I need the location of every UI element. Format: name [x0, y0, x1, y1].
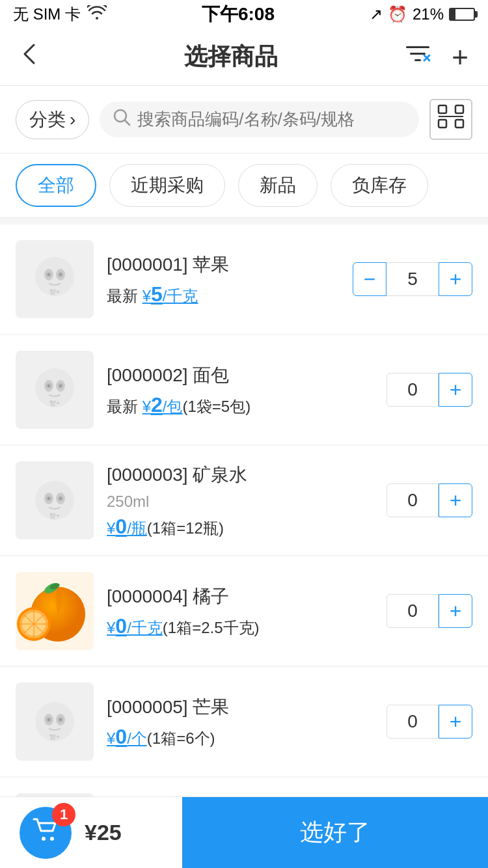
svg-rect-9 [439, 120, 446, 128]
svg-text:智+: 智+ [49, 288, 60, 295]
battery-text: 21% [413, 5, 444, 23]
price-unit-extra: (1袋=5包) [183, 398, 251, 415]
nav-bar: 选择商品 + [0, 29, 488, 86]
quantity-control: 0 + [386, 373, 472, 407]
category-button[interactable]: 分类 › [16, 100, 89, 139]
price-symbol: ¥ [142, 398, 151, 415]
svg-rect-8 [455, 105, 463, 113]
page-title: 选择商品 [184, 41, 278, 73]
quantity-increase-button[interactable]: + [439, 483, 472, 517]
tab-new[interactable]: 新品 [238, 164, 318, 207]
product-list: 智+ [0000001] 苹果 最新 ¥5/千克 − + [0, 224, 488, 868]
add-button[interactable]: + [452, 41, 468, 74]
back-button[interactable] [20, 40, 59, 74]
product-name: [0000001] 苹果 [107, 252, 340, 277]
product-name: [0000004] 橘子 [107, 584, 373, 609]
price-unit: /包 [163, 398, 183, 415]
list-item: 智+ [0000005] 芒果 ¥0/个(1箱=6个) 0 + [0, 667, 488, 776]
product-image: 智+ [16, 351, 94, 429]
product-image: 智+ [16, 683, 94, 761]
product-name: [0000002] 面包 [107, 363, 373, 388]
svg-rect-7 [439, 105, 446, 113]
product-name: [0000003] 矿泉水 [107, 463, 373, 487]
filter-tabs: 全部 近期采购 新品 负库存 [0, 154, 488, 218]
product-info: [0000002] 面包 最新 ¥2/包(1袋=5包) [107, 363, 373, 417]
price-value: 0 [115, 725, 127, 748]
status-right: ↗ ⏰ 21% [370, 5, 475, 23]
svg-point-25 [47, 385, 50, 387]
confirm-button[interactable]: 选好了 [182, 797, 488, 869]
quantity-increase-button[interactable]: + [439, 594, 472, 628]
product-price: 最新 ¥2/包(1袋=5包) [107, 393, 373, 417]
svg-point-26 [59, 385, 62, 387]
price-symbol: ¥ [107, 729, 115, 747]
list-item: 智+ [0000001] 苹果 最新 ¥5/千克 − + [0, 224, 488, 334]
cart-button[interactable]: 1 [20, 807, 72, 859]
list-item: 智+ [0000003] 矿泉水 250ml ¥0/瓶(1箱=12瓶) 0 + [0, 446, 488, 555]
category-arrow-icon: › [70, 109, 75, 130]
quantity-control: 0 + [386, 594, 472, 628]
list-item: [0000004] 橘子 ¥0/千克(1箱=2.5千克) 0 + [0, 556, 488, 666]
cart-total: ¥25 [85, 820, 122, 845]
price-label: 最新 [107, 398, 142, 415]
quantity-decrease-button[interactable]: − [353, 262, 386, 296]
quantity-increase-button[interactable]: + [439, 262, 472, 296]
svg-point-54 [59, 718, 62, 721]
price-label: 最新 [107, 287, 142, 305]
tab-recent[interactable]: 近期采购 [109, 164, 225, 207]
product-image: 智+ [16, 461, 94, 539]
product-image: 智+ [16, 240, 94, 318]
cart-badge: 1 [52, 803, 75, 826]
battery-icon [449, 8, 475, 21]
quantity-control: − + [353, 262, 472, 296]
svg-point-17 [47, 273, 50, 276]
svg-point-33 [47, 497, 50, 500]
product-info: [0000004] 橘子 ¥0/千克(1箱=2.5千克) [107, 584, 373, 638]
carrier-text: 无 SIM 卡 [13, 4, 81, 25]
quantity-input[interactable] [386, 262, 439, 296]
product-image [16, 572, 94, 650]
svg-line-6 [125, 120, 129, 125]
svg-point-72 [42, 837, 46, 841]
tab-negative[interactable]: 负库存 [331, 164, 428, 207]
svg-text:智+: 智+ [49, 400, 60, 407]
search-input-wrap [100, 102, 419, 137]
quantity-display: 0 [386, 373, 439, 407]
product-price: ¥0/千克(1箱=2.5千克) [107, 614, 373, 638]
search-icon [113, 108, 131, 131]
quantity-increase-button[interactable]: + [439, 373, 472, 407]
quantity-display: 0 [386, 483, 439, 517]
tab-all[interactable]: 全部 [16, 164, 96, 207]
wifi-icon [87, 5, 107, 23]
quantity-display: 0 [386, 705, 439, 739]
alarm-icon: ⏰ [388, 5, 407, 23]
product-info: [0000001] 苹果 最新 ¥5/千克 [107, 252, 340, 306]
status-bar: 无 SIM 卡 下午6:08 ↗ ⏰ 21% [0, 0, 488, 29]
product-price: ¥0/瓶(1箱=12瓶) [107, 515, 373, 539]
price-value: 5 [151, 282, 163, 306]
product-price: ¥0/个(1箱=6个) [107, 725, 373, 749]
cart-section: 1 ¥25 [0, 807, 182, 859]
quantity-increase-button[interactable]: + [439, 705, 472, 739]
search-input[interactable] [137, 109, 406, 129]
svg-text:智+: 智+ [49, 512, 60, 519]
search-bar: 分类 › [0, 86, 488, 154]
location-icon: ↗ [370, 5, 383, 23]
svg-text:智+: 智+ [49, 733, 60, 740]
price-unit: /瓶 [127, 519, 147, 537]
price-unit: /千克 [127, 619, 163, 636]
price-unit-extra: (1箱=2.5千克) [163, 619, 260, 636]
product-info: [0000003] 矿泉水 250ml ¥0/瓶(1箱=12瓶) [107, 463, 373, 539]
nav-actions: + [403, 41, 468, 74]
bottom-bar: 1 ¥25 选好了 [0, 796, 488, 868]
svg-point-18 [59, 273, 62, 276]
svg-rect-2 [414, 59, 421, 61]
price-unit-extra: (1箱=12瓶) [147, 519, 224, 537]
svg-rect-10 [455, 120, 463, 128]
scan-button[interactable] [429, 99, 472, 140]
price-unit: /个 [127, 729, 147, 747]
svg-rect-0 [406, 46, 429, 48]
category-label: 分类 [29, 107, 66, 132]
filter-icon[interactable] [403, 42, 432, 72]
price-unit-extra: (1箱=6个) [147, 729, 215, 747]
